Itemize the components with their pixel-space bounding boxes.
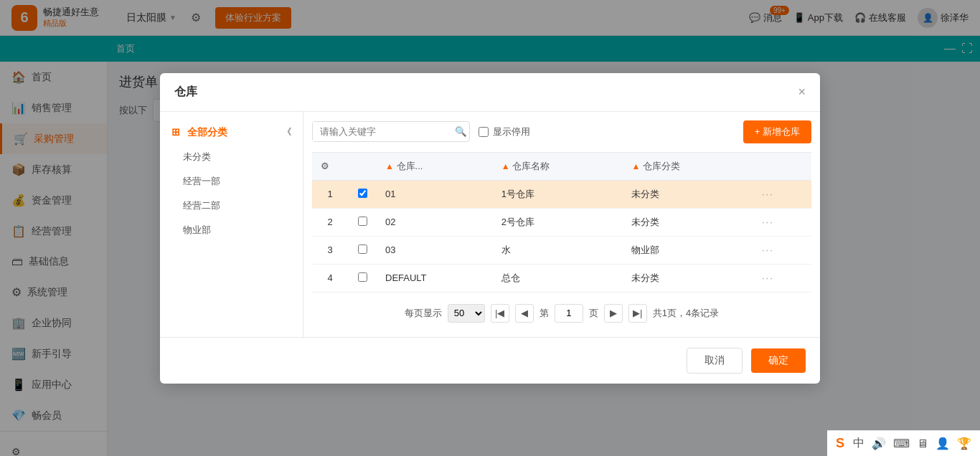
user-icon[interactable]: 👤: [936, 437, 950, 450]
first-page-button[interactable]: |◀: [491, 304, 509, 323]
row-checkbox-cell[interactable]: [348, 236, 377, 264]
warehouse-modal: 仓库 × ⊞ 全部分类 《 未分类 经营一部 经营二部 物业部: [160, 73, 820, 384]
row-index: 4: [312, 264, 348, 292]
category-item-dept1[interactable]: 经营一部: [160, 169, 303, 194]
bottom-bar: S 中 🔊 ⌨ 🖥 👤 🏆: [827, 430, 980, 456]
row-actions[interactable]: ···: [753, 264, 811, 292]
next-page-button[interactable]: ▶: [604, 304, 623, 323]
trophy-icon[interactable]: 🏆: [957, 437, 971, 450]
row-actions[interactable]: ···: [753, 236, 811, 264]
table-row[interactable]: 4 DEFAULT 总仓 未分类 ···: [312, 264, 811, 292]
row-name: 水: [493, 236, 623, 264]
row-name: 2号仓库: [493, 208, 623, 236]
modal-overlay: 仓库 × ⊞ 全部分类 《 未分类 经营一部 经营二部 物业部: [0, 0, 980, 456]
search-button[interactable]: 🔍: [448, 122, 470, 141]
col-name-header[interactable]: ▲ 仓库名称: [493, 152, 623, 180]
show-disabled-label: 显示停用: [479, 125, 530, 138]
category-item-dept2[interactable]: 经营二部: [160, 194, 303, 218]
bottom-icons: 中 🔊 ⌨ 🖥 👤 🏆: [853, 436, 971, 451]
col-gear-header[interactable]: ⚙: [312, 152, 348, 180]
chinese-icon[interactable]: 中: [853, 436, 864, 451]
page-label: 第: [540, 307, 549, 320]
monitor-icon[interactable]: 🖥: [917, 437, 928, 450]
page-suffix: 页: [589, 307, 598, 320]
sort-icon: ▲: [385, 161, 394, 171]
row-category: 未分类: [623, 208, 753, 236]
row-category: 物业部: [623, 236, 753, 264]
audio-icon[interactable]: 🔊: [872, 437, 886, 450]
col-code-header[interactable]: ▲ 仓库...: [377, 152, 493, 180]
all-categories-label: 全部分类: [187, 126, 227, 138]
search-input[interactable]: [313, 122, 448, 141]
category-panel: ⊞ 全部分类 《 未分类 经营一部 经营二部 物业部: [160, 112, 303, 337]
show-disabled-text: 显示停用: [493, 125, 530, 138]
collapse-icon[interactable]: 《: [283, 126, 291, 138]
category-item-property[interactable]: 物业部: [160, 218, 303, 242]
page-input[interactable]: [555, 304, 583, 323]
table-header: ⚙ ▲ 仓库... ▲ 仓库名称: [312, 152, 811, 180]
sort-icon-cat: ▲: [631, 161, 640, 171]
table-row[interactable]: 1 01 1号仓库 未分类 ···: [312, 180, 811, 208]
row-checkbox[interactable]: [358, 217, 367, 226]
col-category-header[interactable]: ▲ 仓库分类: [623, 152, 753, 180]
table-panel: 🔍 显示停用 + 新增仓库 ⚙: [303, 112, 820, 337]
table-toolbar: 🔍 显示停用 + 新增仓库: [312, 120, 811, 143]
last-page-button[interactable]: ▶|: [628, 304, 647, 323]
row-code: 01: [377, 180, 493, 208]
row-checkbox[interactable]: [358, 272, 367, 282]
row-checkbox-cell[interactable]: [348, 208, 377, 236]
row-name: 总仓: [493, 264, 623, 292]
row-index: 3: [312, 236, 348, 264]
modal-body: ⊞ 全部分类 《 未分类 经营一部 经营二部 物业部 🔍: [160, 112, 820, 337]
modal-header: 仓库 ×: [160, 73, 820, 112]
row-checkbox[interactable]: [358, 244, 367, 254]
row-index: 2: [312, 208, 348, 236]
col-actions-header: [753, 152, 811, 180]
keyboard-icon[interactable]: ⌨: [893, 437, 910, 450]
table-row[interactable]: 2 02 2号仓库 未分类 ···: [312, 208, 811, 236]
col-check-header: [348, 152, 377, 180]
row-checkbox[interactable]: [358, 189, 367, 198]
per-page-select[interactable]: 50 100: [448, 304, 485, 323]
row-name: 1号仓库: [493, 180, 623, 208]
table-row[interactable]: 3 03 水 物业部 ···: [312, 236, 811, 264]
row-actions[interactable]: ···: [753, 208, 811, 236]
show-disabled-checkbox[interactable]: [479, 127, 489, 137]
bottom-logo: S: [836, 436, 844, 451]
modal-close-button[interactable]: ×: [798, 85, 806, 100]
row-code: 02: [377, 208, 493, 236]
table-body: 1 01 1号仓库 未分类 ··· 2 02 2号仓库 未分类 ··· 3 03…: [312, 180, 811, 292]
row-category: 未分类: [623, 264, 753, 292]
total-info: 共1页，4条记录: [653, 307, 719, 320]
table-container: ⚙ ▲ 仓库... ▲ 仓库名称: [312, 152, 811, 293]
row-code: DEFAULT: [377, 264, 493, 292]
per-page-label: 每页显示: [405, 307, 442, 320]
all-categories-item[interactable]: ⊞ 全部分类 《: [160, 120, 303, 145]
warehouse-table: ⚙ ▲ 仓库... ▲ 仓库名称: [312, 152, 811, 293]
category-item-uncategorized[interactable]: 未分类: [160, 145, 303, 169]
modal-title: 仓库: [174, 85, 197, 100]
row-code: 03: [377, 236, 493, 264]
row-checkbox-cell[interactable]: [348, 264, 377, 292]
modal-footer: 取消 确定: [160, 337, 820, 384]
row-actions[interactable]: ···: [753, 180, 811, 208]
grid-icon: ⊞: [171, 126, 180, 138]
prev-page-button[interactable]: ◀: [515, 304, 534, 323]
row-index: 1: [312, 180, 348, 208]
row-category: 未分类: [623, 180, 753, 208]
confirm-button[interactable]: 确定: [751, 348, 806, 373]
add-warehouse-button[interactable]: + 新增仓库: [743, 120, 811, 143]
pagination: 每页显示 50 100 |◀ ◀ 第 页 ▶ ▶| 共1页，4条记录: [312, 293, 811, 328]
search-box: 🔍: [312, 121, 470, 142]
cancel-button[interactable]: 取消: [687, 348, 743, 374]
row-checkbox-cell[interactable]: [348, 180, 377, 208]
sort-icon-name: ▲: [501, 161, 510, 171]
